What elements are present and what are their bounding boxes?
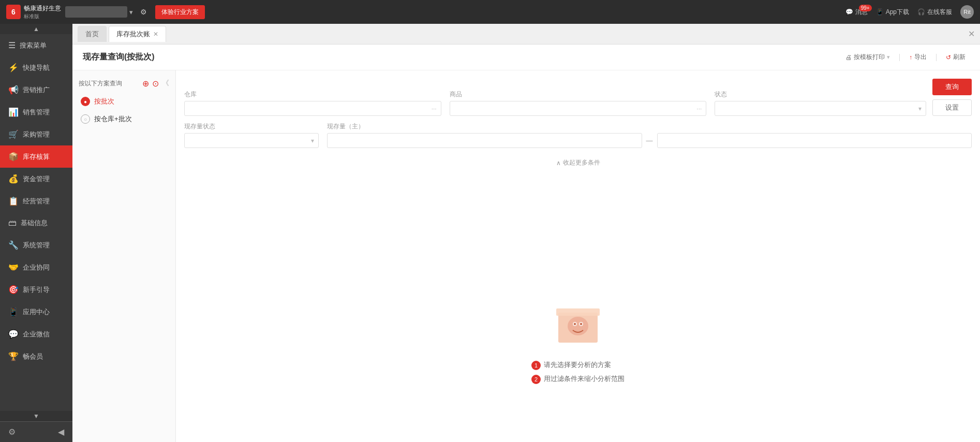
filter-inventory-main: 现存量（主） — — [327, 122, 972, 148]
sidebar-item-search-menu[interactable]: ☰ 搜索菜单 — [0, 34, 72, 56]
collapse-panel-icon[interactable]: 《 — [162, 79, 169, 89]
empty-icon — [552, 298, 604, 350]
filter-grid-row1: 仓库 ··· 商品 ··· — [184, 79, 972, 116]
tab-home[interactable]: 首页 — [78, 26, 107, 42]
hint-num-1: 1 — [531, 361, 541, 370]
purchase-icon: 🛒 — [8, 129, 19, 139]
quick-nav-icon: ⚡ — [8, 63, 19, 72]
enterprise-wechat-icon: 💬 — [8, 329, 19, 339]
sidebar-item-label: 经营管理 — [23, 197, 50, 206]
sidebar-item-finance[interactable]: 💰 资金管理 — [0, 168, 72, 190]
sidebar-item-business[interactable]: 📋 经营管理 — [0, 190, 72, 212]
messages-button[interactable]: 💬 消息 99+ — [845, 8, 868, 17]
print-template-button[interactable]: 🖨 按模板打印 ▾ — [841, 51, 894, 64]
filter-panel: 仓库 ··· 商品 ··· — [176, 70, 980, 244]
sidebar-item-marketing[interactable]: 📢 营销推广 — [0, 79, 72, 101]
panel-item-by-warehouse-batch[interactable]: ○ 按仓库+批次 — [72, 110, 175, 128]
sidebar-item-app-center[interactable]: 📱 应用中心 — [0, 301, 72, 323]
warehouse-input[interactable] — [185, 101, 427, 115]
status-label: 状态 — [715, 90, 926, 99]
warehouse-more-icon[interactable]: ··· — [427, 105, 441, 112]
headset-icon: 🎧 — [917, 8, 925, 16]
app-download-icon: 📱 — [876, 8, 884, 16]
goods-input[interactable] — [450, 101, 693, 115]
print-template-label: 按模板打印 — [854, 53, 885, 62]
sidebar-item-inventory[interactable]: 📦 库存核算 — [0, 145, 72, 168]
tab-bar: 首页 库存批次账 ✕ ✕ — [72, 24, 980, 45]
tab-home-label: 首页 — [85, 30, 99, 39]
online-service-button[interactable]: 🎧 在线客服 — [917, 8, 952, 17]
refresh-label: 刷新 — [953, 53, 966, 62]
action-buttons: 查询 设置 — [932, 79, 972, 116]
search-wrapper[interactable]: ▾ — [65, 6, 133, 18]
brand-name: 畅康通好生意 — [24, 4, 61, 13]
search-dropdown-icon[interactable]: ▾ — [129, 8, 133, 16]
sidebar-item-system[interactable]: 🔧 系统管理 — [0, 234, 72, 256]
query-button[interactable]: 查询 — [932, 79, 972, 95]
vip-icon: 🏆 — [8, 351, 19, 361]
panel-header-icons: ⊕ ⊙ 《 — [142, 79, 169, 89]
system-icon: 🔧 — [8, 240, 19, 250]
sidebar-scroll-up[interactable]: ▲ — [0, 24, 72, 34]
filter-inventory-status: 现存量状态 ▾ — [184, 122, 319, 148]
inventory-from-wrapper — [327, 133, 642, 148]
standard-badge: 标准版 — [24, 13, 61, 20]
sidebar-item-vip[interactable]: 🏆 畅会员 — [0, 345, 72, 367]
tab-inventory-batch[interactable]: 库存批次账 ✕ — [109, 26, 166, 42]
search-input[interactable] — [65, 6, 127, 18]
inventory-range: — — [327, 133, 972, 148]
sidebar-item-label: 新手引导 — [23, 285, 50, 294]
sidebar-item-label: 畅会员 — [23, 352, 43, 361]
sidebar-item-purchase[interactable]: 🛒 采购管理 — [0, 123, 72, 145]
inventory-to-input[interactable] — [658, 134, 972, 148]
inventory-status-label: 现存量状态 — [184, 122, 319, 131]
by-batch-label: 按批次 — [94, 97, 114, 106]
collapse-more-button[interactable]: ∧ 收起更多条件 — [184, 154, 972, 171]
panel-header: 按以下方案查询 ⊕ ⊙ 《 — [72, 77, 175, 93]
cooperation-icon: 🤝 — [8, 262, 19, 272]
tab-close-panel-icon[interactable]: ✕ — [968, 29, 975, 39]
sidebar-item-cooperation[interactable]: 🤝 企业协同 — [0, 256, 72, 278]
logo-icon: 6 — [6, 5, 21, 19]
inventory-from-input[interactable] — [328, 134, 642, 148]
export-button[interactable]: ↑ 导出 — [905, 51, 931, 64]
content-body: 按以下方案查询 ⊕ ⊙ 《 ● 按批次 ○ 按仓库+批次 — [72, 70, 980, 442]
tab-close-icon[interactable]: ✕ — [153, 31, 158, 38]
add-scheme-icon[interactable]: ⊕ — [142, 79, 149, 89]
inventory-status-select[interactable] — [185, 134, 307, 148]
sidebar-item-newbie[interactable]: 🎯 新手引导 — [0, 278, 72, 301]
status-select[interactable] — [715, 101, 914, 115]
sidebar-item-sales[interactable]: 📊 销售管理 — [0, 101, 72, 123]
sidebar-settings-icon[interactable]: ⚙ — [8, 427, 16, 437]
sidebar-collapse-icon[interactable]: ◀ — [58, 427, 64, 437]
sidebar-item-enterprise-wechat[interactable]: 💬 企业微信 — [0, 323, 72, 345]
sidebar-scroll-down[interactable]: ▼ — [0, 411, 72, 421]
user-area[interactable]: Rit — [960, 5, 974, 19]
refresh-button[interactable]: ↺ 刷新 — [942, 51, 970, 64]
sidebar-item-basic[interactable]: 🗃 基础信息 — [0, 212, 72, 234]
sidebar-item-quick-nav[interactable]: ⚡ 快捷导航 — [0, 56, 72, 79]
collapse-text: 收起更多条件 — [563, 158, 600, 167]
sidebar-item-label: 资金管理 — [23, 174, 50, 184]
refresh-icon: ↺ — [946, 54, 951, 61]
scheme-settings-icon[interactable]: ⊙ — [152, 79, 159, 89]
settings-button[interactable]: 设置 — [932, 99, 972, 116]
app-download-button[interactable]: 📱 App下载 — [876, 8, 909, 17]
experience-industry-button[interactable]: 体验行业方案 — [155, 5, 205, 19]
inventory-status-select-wrapper: ▾ — [184, 133, 319, 148]
topbar-right: 💬 消息 99+ 📱 App下载 🎧 在线客服 Rit — [845, 5, 974, 19]
panel-item-by-batch[interactable]: ● 按批次 — [72, 93, 175, 110]
status-select-wrapper: ▾ — [715, 101, 926, 116]
page-header: 现存量查询(按批次) 🖨 按模板打印 ▾ ↑ 导出 ↺ 刷 — [72, 45, 980, 70]
finance-icon: 💰 — [8, 174, 19, 184]
right-content: 仓库 ··· 商品 ··· — [176, 70, 980, 442]
sidebar-item-label: 快捷导航 — [23, 63, 50, 72]
sidebar-bottom: ⚙ ◀ — [0, 421, 72, 442]
print-icon: 🖨 — [845, 54, 852, 61]
goods-more-icon[interactable]: ··· — [692, 105, 706, 112]
sidebar-item-label: 库存核算 — [23, 152, 50, 161]
sales-icon: 📊 — [8, 107, 19, 117]
topbar-settings-icon[interactable]: ⚙ — [140, 8, 147, 16]
print-dropdown-icon[interactable]: ▾ — [887, 54, 890, 61]
tab-inventory-batch-label: 库存批次账 — [116, 30, 150, 39]
